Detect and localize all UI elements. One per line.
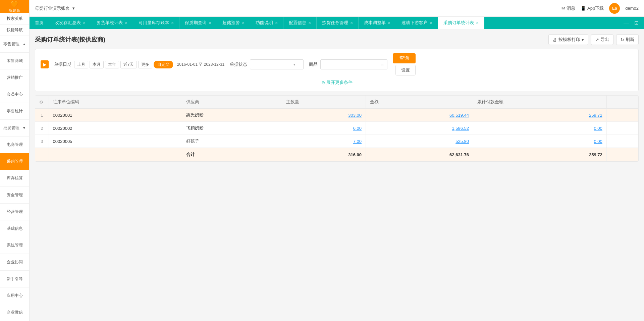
cell-quantity[interactable]: 7.00	[282, 135, 366, 148]
tab-close-icon[interactable]: ✕	[430, 21, 432, 25]
table-footer-row: 合计 316.00 62,631.76 259.72	[35, 148, 638, 161]
footer-label: 合计	[182, 148, 282, 161]
tab-close-icon[interactable]: ✕	[242, 21, 245, 25]
th-code: 往来单位编码	[49, 96, 182, 109]
sidebar-item-app-center[interactable]: 应用中心	[0, 287, 29, 304]
sidebar-item-finance[interactable]: 资金管理	[0, 187, 29, 204]
app-download-button[interactable]: 📱 App下载	[581, 5, 604, 11]
tab-close-icon[interactable]: ✕	[83, 21, 86, 25]
page-content: 采购订单统计表(按供应商) 🖨 按模板打印 ▾ ↗ 导出 ↻ 刷新	[30, 29, 644, 321]
tab-minimize-icon[interactable]: —	[621, 18, 632, 27]
cell-code: 00020001	[49, 109, 182, 122]
more-options-icon[interactable]: ···	[381, 62, 384, 67]
page-actions: 🖨 按模板打印 ▾ ↗ 导出 ↻ 刷新	[548, 34, 639, 45]
last-month-btn[interactable]: 上月	[74, 61, 88, 68]
workspace-selector[interactable]: 母婴行业演示账套 ▾	[35, 5, 75, 11]
sidebar-item-retail-mgmt[interactable]: 零售管理 ▲	[0, 36, 29, 53]
sidebar-item-purchase-mgmt[interactable]: 采购管理	[0, 153, 29, 170]
avatar[interactable]: Ea	[609, 3, 620, 14]
settings-button[interactable]: 设置	[395, 65, 416, 75]
tab-invite-downstream[interactable]: 邀请下游客户 ✕	[396, 17, 438, 29]
export-button[interactable]: ↗ 导出	[591, 34, 613, 45]
tab-pick-task[interactable]: 拣货任务管理 ✕	[317, 17, 359, 29]
tab-purchase-summary[interactable]: 采购订单统计表 ✕	[438, 17, 484, 29]
filter-collapse-button[interactable]: ▶	[41, 60, 49, 68]
sidebar-item-inventory[interactable]: 库存核算	[0, 170, 29, 187]
sidebar-item-retail-mall[interactable]: 零售商城	[0, 53, 29, 69]
sidebar-item-basic-info[interactable]: 基础信息	[0, 220, 29, 237]
sidebar-item-ops-mgmt[interactable]: 经营管理	[0, 204, 29, 220]
message-button[interactable]: ✉ 消息	[561, 5, 575, 11]
message-label: 消息	[567, 5, 575, 11]
sidebar-item-wholesale-mgmt[interactable]: 批发管理 ▼	[0, 120, 29, 137]
sidebar-item-retail-stats[interactable]: 零售统计	[0, 103, 29, 120]
refresh-button[interactable]: ↻ 刷新	[616, 34, 639, 45]
tab-close-icon[interactable]: ✕	[476, 21, 479, 25]
gear-icon[interactable]: ⚙	[39, 100, 43, 105]
tab-available-stock[interactable]: 可用量库存账本 ✕	[133, 17, 179, 29]
cell-quantity[interactable]: 6.00	[282, 122, 366, 135]
page-header: 采购订单统计表(按供应商) 🖨 按模板打印 ▾ ↗ 导出 ↻ 刷新	[35, 34, 639, 45]
tab-label: 配置信息	[289, 20, 306, 26]
goods-filter: 商品 ···	[309, 59, 387, 69]
cell-paid[interactable]: 259.72	[473, 109, 606, 122]
footer-quantity: 316.00	[282, 148, 366, 161]
tab-function-desc[interactable]: 功能说明 ✕	[250, 17, 283, 29]
sidebar-item-enterprise[interactable]: 企业协同	[0, 254, 29, 271]
tab-home[interactable]: 首页	[30, 17, 49, 29]
sidebar-item-search[interactable]: 搜索英单	[0, 13, 29, 24]
app-logo: 🧡 标题版	[0, 0, 29, 13]
filter-row: ▶ 单据日期 上月 本月 本年 近7天 更多 自定义 2016-01-01 至 …	[41, 53, 633, 75]
chevron-down-icon: ▾	[293, 63, 295, 66]
footer-empty	[35, 148, 49, 161]
cell-quantity[interactable]: 303.00	[282, 109, 366, 122]
cell-paid[interactable]: 0.00	[473, 135, 606, 148]
cell-amount[interactable]: 60,519.44	[366, 109, 473, 122]
cell-extra	[606, 122, 638, 135]
status-select[interactable]: ▾	[250, 59, 304, 69]
sidebar-item-membership[interactable]: 会员中心	[0, 86, 29, 103]
tab-close-icon[interactable]: ✕	[125, 21, 127, 25]
cell-supplier: 惠氏奶粉	[182, 109, 282, 122]
this-year-btn[interactable]: 本年	[105, 61, 119, 68]
tab-receive-summary[interactable]: 收发存汇总表 ✕	[49, 17, 91, 29]
th-extra	[606, 96, 638, 109]
sidebar-item-ecommerce[interactable]: 电商管理	[0, 137, 29, 153]
tab-label: 可用量库存账本	[139, 20, 169, 26]
sidebar-item-label: 零售管理	[3, 41, 19, 47]
tab-label: 拣货任务管理	[322, 20, 348, 26]
tab-close-icon[interactable]: ✕	[350, 21, 353, 25]
query-button[interactable]: 查询	[393, 53, 416, 63]
sidebar-item-sys-mgmt[interactable]: 系统管理	[0, 237, 29, 254]
tab-goods-summary[interactable]: 要货单统计表 ✕	[91, 17, 133, 29]
cell-amount[interactable]: 525.80	[366, 135, 473, 148]
tab-close-icon[interactable]: ✕	[275, 21, 278, 25]
workspace-label: 母婴行业演示账套	[35, 5, 70, 11]
sidebar-item-enterprise-wx[interactable]: 企业微信	[0, 304, 29, 321]
this-month-btn[interactable]: 本月	[90, 61, 104, 68]
expand-icon: ⊕	[321, 80, 325, 85]
tab-close-icon[interactable]: ✕	[388, 21, 390, 25]
date-quick-buttons: 上月 本月 本年 近7天 更多 自定义	[74, 61, 173, 68]
tab-close-icon[interactable]: ✕	[209, 21, 211, 25]
tab-config-info[interactable]: 配置信息 ✕	[283, 17, 317, 29]
sidebar-item-new-guide[interactable]: 新手引导	[0, 271, 29, 287]
footer-paid: 259.72	[473, 148, 606, 161]
last-7-days-btn[interactable]: 近7天	[120, 61, 137, 68]
cell-amount[interactable]: 1,586.52	[366, 122, 473, 135]
cell-paid[interactable]: 0.00	[473, 122, 606, 135]
tab-overstock-warning[interactable]: 超储预警 ✕	[217, 17, 250, 29]
goods-search-input[interactable]: ···	[320, 59, 387, 69]
tab-cost-adjust[interactable]: 成本调整单 ✕	[359, 17, 396, 29]
tab-close-icon[interactable]: ✕	[171, 21, 174, 25]
sidebar-item-marketing[interactable]: 营销推广	[0, 69, 29, 86]
tab-maximize-icon[interactable]: ⊡	[632, 18, 641, 28]
cell-extra	[606, 135, 638, 148]
tab-close-icon[interactable]: ✕	[308, 21, 311, 25]
sidebar-item-quick-nav[interactable]: 快捷导航	[0, 24, 29, 36]
print-button[interactable]: 🖨 按模板打印 ▾	[548, 34, 588, 45]
expand-more-button[interactable]: ⊕ 展开更多条件	[319, 78, 355, 87]
tab-warranty-query[interactable]: 保质期查询 ✕	[179, 17, 217, 29]
more-dates-btn[interactable]: 更多	[138, 61, 152, 68]
custom-date-btn[interactable]: 自定义	[154, 61, 173, 68]
